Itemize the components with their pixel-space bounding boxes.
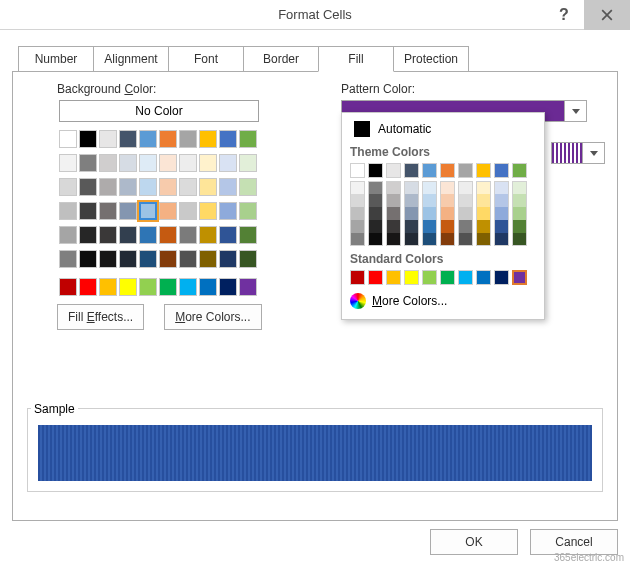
- color-swatch[interactable]: [159, 226, 177, 244]
- color-swatch[interactable]: [476, 233, 491, 246]
- color-swatch[interactable]: [99, 154, 117, 172]
- color-swatch[interactable]: [139, 202, 157, 220]
- color-swatch[interactable]: [494, 233, 509, 246]
- color-swatch[interactable]: [458, 207, 473, 220]
- color-swatch[interactable]: [199, 178, 217, 196]
- color-swatch[interactable]: [219, 226, 237, 244]
- color-swatch[interactable]: [350, 181, 365, 194]
- color-swatch[interactable]: [422, 163, 437, 178]
- color-swatch[interactable]: [368, 220, 383, 233]
- color-swatch[interactable]: [458, 220, 473, 233]
- color-swatch[interactable]: [199, 154, 217, 172]
- color-swatch[interactable]: [476, 220, 491, 233]
- color-swatch[interactable]: [386, 220, 401, 233]
- color-swatch[interactable]: [79, 278, 97, 296]
- color-swatch[interactable]: [179, 278, 197, 296]
- tab-alignment[interactable]: Alignment: [93, 46, 169, 72]
- color-swatch[interactable]: [386, 163, 401, 178]
- color-swatch[interactable]: [59, 130, 77, 148]
- color-swatch[interactable]: [422, 220, 437, 233]
- color-swatch[interactable]: [404, 233, 419, 246]
- color-swatch[interactable]: [79, 154, 97, 172]
- color-swatch[interactable]: [512, 207, 527, 220]
- color-swatch[interactable]: [404, 194, 419, 207]
- color-swatch[interactable]: [99, 250, 117, 268]
- color-swatch[interactable]: [59, 202, 77, 220]
- color-swatch[interactable]: [422, 233, 437, 246]
- color-swatch[interactable]: [368, 181, 383, 194]
- color-swatch[interactable]: [386, 207, 401, 220]
- more-colors-button[interactable]: More Colors...: [164, 304, 261, 330]
- color-swatch[interactable]: [59, 226, 77, 244]
- close-button[interactable]: [584, 0, 630, 30]
- pattern-style-dropdown[interactable]: [551, 142, 617, 164]
- color-swatch[interactable]: [179, 202, 197, 220]
- color-swatch[interactable]: [219, 202, 237, 220]
- color-swatch[interactable]: [99, 130, 117, 148]
- color-swatch[interactable]: [139, 130, 157, 148]
- color-swatch[interactable]: [219, 250, 237, 268]
- color-swatch[interactable]: [386, 233, 401, 246]
- color-swatch[interactable]: [219, 154, 237, 172]
- color-swatch[interactable]: [494, 163, 509, 178]
- color-swatch[interactable]: [179, 250, 197, 268]
- color-swatch[interactable]: [219, 130, 237, 148]
- color-swatch[interactable]: [494, 270, 509, 285]
- automatic-option[interactable]: Automatic: [350, 119, 536, 139]
- color-swatch[interactable]: [422, 194, 437, 207]
- color-swatch[interactable]: [476, 163, 491, 178]
- color-swatch[interactable]: [404, 207, 419, 220]
- tab-protection[interactable]: Protection: [393, 46, 469, 72]
- color-swatch[interactable]: [476, 270, 491, 285]
- color-swatch[interactable]: [350, 207, 365, 220]
- color-swatch[interactable]: [99, 226, 117, 244]
- color-swatch[interactable]: [476, 194, 491, 207]
- color-swatch[interactable]: [159, 178, 177, 196]
- color-swatch[interactable]: [119, 278, 137, 296]
- color-swatch[interactable]: [476, 207, 491, 220]
- color-swatch[interactable]: [350, 233, 365, 246]
- color-swatch[interactable]: [119, 226, 137, 244]
- tab-number[interactable]: Number: [18, 46, 94, 72]
- color-swatch[interactable]: [139, 226, 157, 244]
- color-swatch[interactable]: [219, 178, 237, 196]
- color-swatch[interactable]: [512, 163, 527, 178]
- color-swatch[interactable]: [119, 130, 137, 148]
- color-swatch[interactable]: [159, 250, 177, 268]
- color-swatch[interactable]: [368, 163, 383, 178]
- color-swatch[interactable]: [59, 250, 77, 268]
- color-swatch[interactable]: [239, 154, 257, 172]
- more-colors-option[interactable]: More Colors...: [350, 293, 536, 309]
- color-swatch[interactable]: [59, 154, 77, 172]
- color-swatch[interactable]: [458, 163, 473, 178]
- color-swatch[interactable]: [239, 202, 257, 220]
- color-swatch[interactable]: [386, 181, 401, 194]
- color-swatch[interactable]: [440, 163, 455, 178]
- fill-effects-button[interactable]: Fill Effects...: [57, 304, 144, 330]
- color-swatch[interactable]: [512, 181, 527, 194]
- color-swatch[interactable]: [422, 181, 437, 194]
- color-swatch[interactable]: [159, 154, 177, 172]
- color-swatch[interactable]: [350, 163, 365, 178]
- color-swatch[interactable]: [239, 178, 257, 196]
- color-swatch[interactable]: [494, 181, 509, 194]
- no-color-button[interactable]: No Color: [59, 100, 259, 122]
- color-swatch[interactable]: [59, 278, 77, 296]
- color-swatch[interactable]: [512, 270, 527, 285]
- color-swatch[interactable]: [139, 250, 157, 268]
- color-swatch[interactable]: [368, 270, 383, 285]
- color-swatch[interactable]: [512, 220, 527, 233]
- tab-border[interactable]: Border: [243, 46, 319, 72]
- color-swatch[interactable]: [440, 181, 455, 194]
- color-swatch[interactable]: [368, 194, 383, 207]
- color-swatch[interactable]: [440, 207, 455, 220]
- color-swatch[interactable]: [179, 178, 197, 196]
- color-swatch[interactable]: [368, 233, 383, 246]
- color-swatch[interactable]: [440, 233, 455, 246]
- color-swatch[interactable]: [199, 226, 217, 244]
- color-swatch[interactable]: [368, 207, 383, 220]
- color-swatch[interactable]: [119, 202, 137, 220]
- color-swatch[interactable]: [99, 178, 117, 196]
- color-swatch[interactable]: [422, 207, 437, 220]
- color-swatch[interactable]: [440, 270, 455, 285]
